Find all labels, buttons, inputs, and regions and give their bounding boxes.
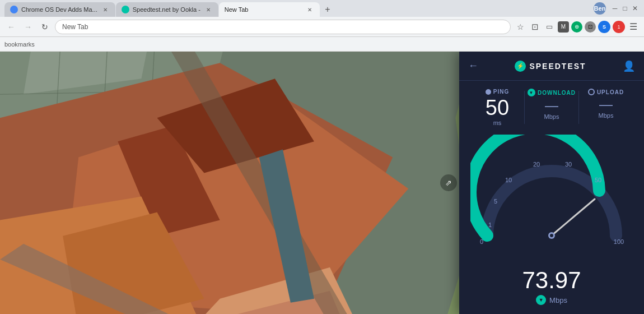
omnibox[interactable]: New Tab [55, 20, 511, 34]
tab-title-newtab: New Tab [225, 6, 302, 13]
download-unit: Mbps [525, 113, 578, 120]
speedtest-logo-text: SPEEDTEST [529, 62, 586, 71]
upload-dash: — [599, 96, 613, 112]
user-avatar[interactable]: Ben [594, 2, 606, 15]
download-stat: ▼ DOWNLOAD — Mbps [525, 89, 578, 120]
ext-icon-1[interactable]: M [558, 21, 569, 33]
title-bar: Chrome OS Dev Adds Ma... ✕ Speedtest.net… [0, 0, 644, 17]
download-dash: — [545, 98, 558, 113]
tab-favicon-chromeos [10, 6, 18, 13]
browser-window: Chrome OS Dev Adds Ma... ✕ Speedtest.net… [0, 0, 644, 314]
pocket-icon[interactable]: ⊡ [529, 21, 541, 33]
speed-unit-row: ▼ Mbps [459, 295, 644, 305]
window-controls: ─ □ ✕ [610, 4, 640, 13]
ping-stat: PING 50 ms [470, 89, 524, 126]
upload-stat: UPLOAD — Mbps [579, 89, 633, 119]
ping-unit: ms [470, 119, 524, 126]
ping-value: 50 [470, 97, 524, 118]
tab-chromeos[interactable]: Chrome OS Dev Adds Ma... ✕ [4, 2, 115, 17]
back-button[interactable]: ← [4, 20, 18, 34]
new-tab-button[interactable]: + [320, 2, 335, 17]
tab-close-speedtest[interactable]: ✕ [204, 5, 213, 14]
forward-button[interactable]: → [21, 20, 35, 34]
svg-text:5: 5 [494, 198, 497, 205]
svg-text:100: 100 [614, 238, 624, 245]
bookmarks-label: bookmarks [4, 41, 35, 48]
logo-icon-symbol: ⚡ [517, 63, 524, 69]
tab-close-chromeos[interactable]: ✕ [101, 5, 110, 14]
svg-text:20: 20 [533, 161, 540, 168]
tab-favicon-speedtest [122, 6, 129, 13]
gauge-svg: 0 1 5 10 20 30 50 100 [470, 135, 633, 258]
bookmark-icon[interactable]: ☆ [514, 21, 526, 33]
tab-title-chromeos: Chrome OS Dev Adds Ma... [21, 6, 97, 13]
share-icon: ⇗ [445, 178, 452, 187]
maximize-button[interactable]: □ [620, 4, 629, 13]
svg-text:30: 30 [565, 161, 572, 168]
svg-text:10: 10 [505, 177, 512, 183]
speed-readout: 73.97 ▼ Mbps [459, 267, 644, 314]
cast-icon[interactable]: ▭ [543, 21, 556, 33]
refresh-button[interactable]: ↻ [38, 20, 52, 34]
logo-icon: ⚡ [515, 61, 526, 72]
tab-newtab[interactable]: New Tab ✕ [219, 2, 320, 17]
back-button-panel[interactable]: ← [468, 60, 478, 72]
svg-point-32 [550, 234, 553, 237]
upload-value: — [579, 98, 633, 111]
bookmarks-bar: bookmarks [0, 37, 644, 52]
stats-row: PING 50 ms ▼ DOWNLOAD — Mbps [459, 81, 644, 131]
tab-speedtest[interactable]: Speedtest.net by Ookla - ✕ [116, 2, 218, 17]
svg-text:50: 50 [595, 177, 601, 183]
download-label: ▼ DOWNLOAD [525, 89, 578, 96]
upload-indicator [588, 89, 595, 95]
menu-button[interactable]: ☰ [627, 21, 640, 33]
download-value: — [525, 99, 578, 112]
upload-label: UPLOAD [579, 89, 633, 95]
tab-close-newtab[interactable]: ✕ [305, 5, 314, 14]
panel-header: ← ⚡ SPEEDTEST 👤 [459, 52, 644, 81]
tab-title-speedtest: Speedtest.net by Ookla - [133, 6, 200, 13]
ext-icon-2[interactable]: ⊕ [571, 21, 582, 33]
speed-download-icon: ▼ [536, 295, 546, 305]
minimize-button[interactable]: ─ [610, 4, 619, 13]
svg-text:1: 1 [488, 221, 492, 228]
content-area: ⇗ ← ⚡ SPEEDTEST 👤 [0, 52, 644, 314]
address-bar: ← → ↻ New Tab ☆ ⊡ ▭ M ⊕ ⊡ S 1 ☰ [0, 17, 644, 37]
toolbar-icons: ☆ ⊡ ▭ M ⊕ ⊡ S 1 ☰ [514, 21, 640, 33]
ping-label: PING [470, 89, 524, 95]
speed-unit: Mbps [549, 296, 567, 304]
omnibox-text: New Tab [62, 23, 88, 31]
speedtest-extension-icon[interactable]: S [598, 21, 610, 33]
upload-unit: Mbps [579, 112, 633, 119]
gauge-container: 0 1 5 10 20 30 50 100 [459, 131, 644, 267]
svg-text:0: 0 [480, 238, 483, 245]
ping-indicator [486, 89, 491, 95]
download-indicator: ▼ [528, 89, 535, 96]
speedtest-logo: ⚡ SPEEDTEST [515, 61, 586, 72]
panel-user-icon[interactable]: 👤 [623, 60, 635, 72]
tabs-area: Chrome OS Dev Adds Ma... ✕ Speedtest.net… [4, 0, 591, 17]
notification-extension-icon[interactable]: 1 [613, 21, 625, 33]
close-button[interactable]: ✕ [631, 4, 640, 13]
ext-icon-3[interactable]: ⊡ [585, 21, 596, 33]
speed-value: 73.97 [459, 267, 644, 294]
speedtest-panel: ← ⚡ SPEEDTEST 👤 PING 50 [459, 52, 644, 314]
share-button[interactable]: ⇗ [440, 174, 457, 191]
svg-line-30 [552, 199, 595, 236]
